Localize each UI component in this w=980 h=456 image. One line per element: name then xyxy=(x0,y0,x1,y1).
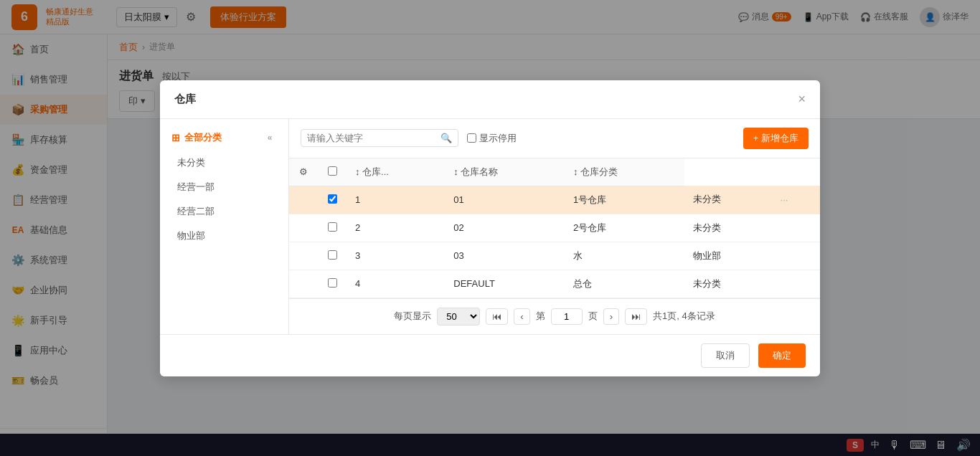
col-category-header: ↕ 仓库分类 xyxy=(565,158,684,186)
per-page-label: 每页显示 xyxy=(394,310,431,323)
add-warehouse-button[interactable]: + 新增仓库 xyxy=(743,128,809,149)
row-code-1: 01 xyxy=(445,186,565,214)
prev-page-button[interactable]: ‹ xyxy=(514,308,529,325)
row-index-2: 2 xyxy=(347,214,445,242)
search-icon[interactable]: 🔍 xyxy=(440,133,452,143)
table-row[interactable]: 1 01 1号仓库 未分类 ··· xyxy=(289,186,820,214)
row-gear-3 xyxy=(289,242,318,270)
category-item-ops2[interactable]: 经营二部 xyxy=(160,199,288,224)
category-sidebar: ⊞ 全部分类 « 未分类 经营一部 经营二部 物业部 xyxy=(160,119,289,334)
row-category-1: 未分类 xyxy=(684,186,772,214)
row-name-4: 总仓 xyxy=(565,270,684,298)
col-code-header: ↕ 仓库... xyxy=(347,158,445,186)
page-suffix: 页 xyxy=(588,310,598,323)
confirm-button[interactable]: 确定 xyxy=(758,343,806,368)
row-name-3: 水 xyxy=(565,242,684,270)
table-row[interactable]: 4 DEFAULT 总仓 未分类 xyxy=(289,270,820,298)
row-index-4: 4 xyxy=(347,270,445,298)
first-page-button[interactable]: ⏮ xyxy=(486,308,508,325)
next-page-button[interactable]: › xyxy=(603,308,619,325)
table-area: 🔍 显示停用 + 新增仓库 ⚙ xyxy=(289,119,820,334)
modal-body: ⊞ 全部分类 « 未分类 经营一部 经营二部 物业部 🔍 xyxy=(160,119,820,334)
row-code-3: 03 xyxy=(445,242,565,270)
grid-icon: ⊞ xyxy=(171,132,180,143)
page-input[interactable] xyxy=(551,308,583,325)
search-box: 🔍 xyxy=(301,129,458,147)
row-code-4: DEFAULT xyxy=(445,270,565,298)
collapse-icon[interactable]: « xyxy=(263,130,277,145)
col-check-header xyxy=(318,158,347,186)
row-gear-1 xyxy=(289,186,318,214)
warehouse-table: ⚙ ↕ 仓库... ↕ 仓库名称 ↕ 仓库分类 1 xyxy=(289,158,820,298)
table-row[interactable]: 3 03 水 物业部 xyxy=(289,242,820,270)
row-name-2: 2号仓库 xyxy=(565,214,684,242)
modal-title: 仓库 xyxy=(174,92,196,106)
row-name-1: 1号仓库 xyxy=(565,186,684,214)
table-header-row: ⚙ ↕ 仓库... ↕ 仓库名称 ↕ 仓库分类 xyxy=(289,158,820,186)
row-code-2: 02 xyxy=(445,214,565,242)
all-categories[interactable]: ⊞ 全部分类 « xyxy=(160,125,288,151)
row-check-2[interactable] xyxy=(318,214,347,242)
show-disabled-label[interactable]: 显示停用 xyxy=(467,132,517,145)
row-check-1[interactable] xyxy=(318,186,347,214)
row-category-2: 未分类 xyxy=(684,214,772,242)
select-all-checkbox[interactable] xyxy=(328,166,337,176)
modal-header: 仓库 × xyxy=(160,80,820,119)
modal-overlay: 仓库 × ⊞ 全部分类 « 未分类 经营一部 经营二部 物业部 xyxy=(0,0,980,456)
total-label: 共1页, 4条记录 xyxy=(653,310,715,323)
last-page-button[interactable]: ⏭ xyxy=(625,308,647,325)
modal-close-button[interactable]: × xyxy=(798,92,806,107)
cancel-button[interactable]: 取消 xyxy=(701,343,750,368)
category-item-ops1[interactable]: 经营一部 xyxy=(160,175,288,199)
table-row[interactable]: 2 02 2号仓库 未分类 xyxy=(289,214,820,242)
row-category-3: 物业部 xyxy=(684,242,772,270)
row-gear-2 xyxy=(289,214,318,242)
row-check-4[interactable] xyxy=(318,270,347,298)
row-more-1[interactable]: ··· xyxy=(772,186,820,214)
per-page-select[interactable]: 50 100 xyxy=(437,308,480,326)
show-disabled-checkbox[interactable] xyxy=(467,133,476,143)
table-toolbar: 🔍 显示停用 + 新增仓库 xyxy=(289,119,820,158)
col-gear-header: ⚙ xyxy=(289,158,318,186)
row-gear-4 xyxy=(289,270,318,298)
modal-footer: 取消 确定 xyxy=(160,334,820,376)
all-categories-label: 全部分类 xyxy=(184,131,222,144)
page-label: 第 xyxy=(536,310,545,323)
warehouse-modal: 仓库 × ⊞ 全部分类 « 未分类 经营一部 经营二部 物业部 xyxy=(160,80,820,376)
row-index-3: 3 xyxy=(347,242,445,270)
col-name-header: ↕ 仓库名称 xyxy=(445,158,565,186)
search-input[interactable] xyxy=(307,133,436,143)
category-item-property[interactable]: 物业部 xyxy=(160,224,288,248)
row-check-3[interactable] xyxy=(318,242,347,270)
row-index-1: 1 xyxy=(347,186,445,214)
row-category-4: 未分类 xyxy=(684,270,772,298)
data-table: ⚙ ↕ 仓库... ↕ 仓库名称 ↕ 仓库分类 1 xyxy=(289,158,820,298)
pagination: 每页显示 50 100 ⏮ ‹ 第 页 › ⏭ 共1页, 4条记录 xyxy=(289,298,820,334)
category-item-unclassified[interactable]: 未分类 xyxy=(160,151,288,175)
